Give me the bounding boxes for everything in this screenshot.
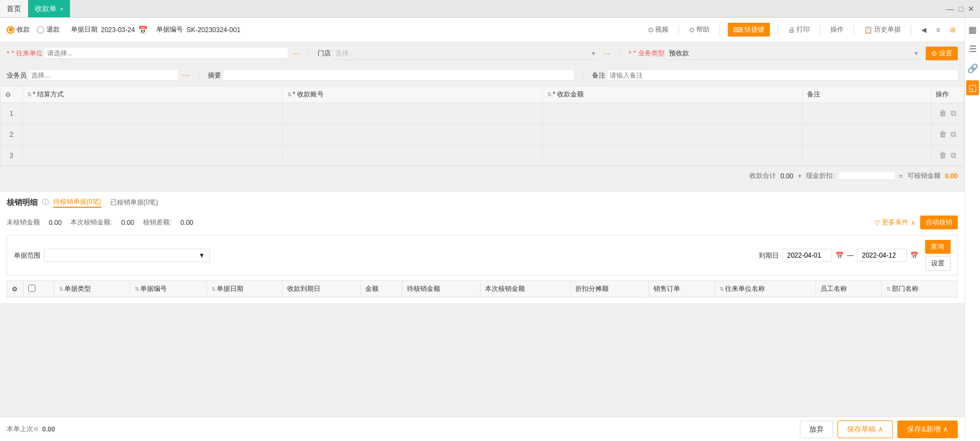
history-label: 历史单据 bbox=[874, 25, 901, 34]
sidebar-icon-4[interactable]: ◱ bbox=[966, 80, 979, 95]
form-row-2: 业务员 ··· 摘要 备注 bbox=[0, 65, 964, 86]
maximize-button[interactable]: □ bbox=[959, 4, 963, 13]
copy-icon-2[interactable]: ⧉ bbox=[951, 130, 956, 139]
pending-tab[interactable]: 待核销单据(0笔) bbox=[53, 197, 101, 208]
row-account-1[interactable] bbox=[283, 103, 543, 124]
layout-icon: ≡ bbox=[936, 26, 940, 34]
video-btn[interactable]: ⊙ 视频 bbox=[646, 24, 671, 35]
th-due-date: 收款到期日 bbox=[283, 281, 361, 298]
calendar-to-icon[interactable]: 📅 bbox=[910, 252, 918, 259]
shop-select[interactable]: 选择... ▼ bbox=[333, 48, 599, 60]
delete-icon-1[interactable]: 🗑 bbox=[939, 109, 947, 117]
more-conditions-btn[interactable]: ▽ 更多条件 ∧ bbox=[875, 218, 916, 227]
row-amount-2[interactable] bbox=[543, 124, 803, 145]
shop-more-icon[interactable]: ··· bbox=[603, 49, 610, 59]
row-note-3[interactable] bbox=[803, 145, 931, 166]
partner-input[interactable] bbox=[45, 48, 288, 59]
sort-icon-amount: ⇅ bbox=[547, 91, 552, 98]
tab-close-icon[interactable]: × bbox=[60, 6, 63, 12]
filter-settings-btn[interactable]: 设置 bbox=[925, 256, 951, 271]
radio-receive[interactable]: 收款 bbox=[7, 25, 30, 34]
range-select[interactable]: ▼ bbox=[44, 249, 210, 262]
save-new-btn[interactable]: 保存&新增 ∧ bbox=[897, 421, 958, 438]
minimize-button[interactable]: — bbox=[947, 4, 955, 13]
history-btn[interactable]: 📋 历史单据 bbox=[862, 24, 903, 35]
table-settings-icon[interactable]: ⚙ bbox=[5, 91, 11, 99]
toolbar-right: ⊙ 视频 ⊙ 帮助 ⌨ 快捷键 🖨 打印 操作 bbox=[646, 23, 958, 37]
print-btn[interactable]: 🖨 打印 bbox=[786, 24, 812, 35]
row-amount-1[interactable] bbox=[543, 103, 803, 124]
close-button[interactable]: ✕ bbox=[968, 4, 974, 13]
copy-icon-3[interactable]: ⧉ bbox=[951, 151, 956, 160]
summary-label: 摘要 bbox=[208, 71, 221, 80]
divider-1 bbox=[678, 25, 679, 34]
salesperson-input[interactable] bbox=[29, 70, 178, 81]
settings-grid-btn[interactable]: ⊞ bbox=[948, 25, 958, 35]
help-btn[interactable]: ⊙ 帮助 bbox=[687, 24, 712, 35]
row-amount-3[interactable] bbox=[543, 145, 803, 166]
row-note-1[interactable] bbox=[803, 103, 931, 124]
row-settle-1[interactable] bbox=[23, 103, 283, 124]
query-btn[interactable]: 查询 bbox=[925, 240, 951, 254]
required-star-type: * bbox=[629, 50, 631, 58]
summary-input[interactable] bbox=[223, 70, 574, 81]
current-value: 0.00 bbox=[121, 219, 134, 227]
delete-icon-3[interactable]: 🗑 bbox=[939, 151, 947, 160]
auto-reconcile-btn[interactable]: 自动核销 bbox=[920, 216, 958, 229]
radio-receive-dot bbox=[7, 26, 14, 34]
sidebar-icon-3[interactable]: 🔗 bbox=[965, 61, 981, 76]
layout-btn[interactable]: ≡ bbox=[934, 25, 942, 35]
calendar-icon[interactable]: 📅 bbox=[138, 25, 147, 34]
shop-arrow: ▼ bbox=[591, 50, 596, 57]
more-conditions-label: 更多条件 bbox=[882, 218, 908, 227]
footer-left: 本单上次⊙ 0.00 bbox=[7, 424, 55, 434]
row-settle-2[interactable] bbox=[23, 124, 283, 145]
th-checkbox-col[interactable] bbox=[24, 281, 54, 298]
radio-receive-label: 收款 bbox=[17, 25, 30, 34]
th-checkbox[interactable]: ⚙ bbox=[7, 281, 24, 298]
print-label: 打印 bbox=[797, 25, 810, 34]
radio-refund[interactable]: 退款 bbox=[37, 25, 60, 34]
th-settings[interactable]: ⚙ bbox=[1, 86, 23, 103]
note-input[interactable] bbox=[608, 70, 958, 81]
th-partner-name: ⇅ 往来单位名称 bbox=[715, 281, 815, 298]
row-actions-3: 🗑 ⧉ bbox=[931, 145, 964, 166]
shortcut-btn[interactable]: ⌨ 快捷键 bbox=[728, 23, 770, 37]
info-icon[interactable]: ⓘ bbox=[42, 198, 49, 207]
sep-2 bbox=[619, 48, 620, 59]
sidebar-icon-1[interactable]: ▦ bbox=[966, 22, 979, 37]
draft-label: 保存草稿 bbox=[847, 424, 876, 434]
sidebar-icon-2[interactable]: ☰ bbox=[967, 42, 979, 57]
row-note-2[interactable] bbox=[803, 124, 931, 145]
salesperson-more-icon[interactable]: ··· bbox=[182, 70, 190, 80]
video-label: 视频 bbox=[655, 25, 668, 34]
tab-home[interactable]: 首页 bbox=[0, 0, 28, 17]
divider-5 bbox=[854, 25, 854, 34]
settings-button[interactable]: ⚙ 设置 bbox=[926, 47, 958, 60]
row-settle-3[interactable] bbox=[23, 145, 283, 166]
partner-more-icon[interactable]: ··· bbox=[292, 49, 299, 59]
tab-home-label: 首页 bbox=[7, 4, 21, 14]
date-to-input[interactable] bbox=[857, 249, 907, 262]
partner-label: * 往来单位 bbox=[12, 49, 43, 58]
date-from-input[interactable] bbox=[782, 249, 832, 262]
row-account-2[interactable] bbox=[283, 124, 543, 145]
calendar-from-icon[interactable]: 📅 bbox=[835, 252, 844, 259]
completed-tab[interactable]: 已核销单据(0笔) bbox=[110, 198, 159, 207]
row-num-1: 1 bbox=[1, 103, 23, 124]
delete-icon-2[interactable]: 🗑 bbox=[939, 130, 947, 139]
sep-3 bbox=[198, 70, 199, 81]
discard-btn[interactable]: 放弃 bbox=[800, 421, 833, 438]
tab-receipt[interactable]: 收款单 × bbox=[28, 0, 70, 17]
save-draft-btn[interactable]: 保存草稿 ∧ bbox=[838, 421, 893, 438]
row-account-3[interactable] bbox=[283, 145, 543, 166]
discount-input[interactable] bbox=[839, 172, 895, 180]
business-type-select[interactable]: 预收款 ▼ bbox=[667, 48, 921, 60]
nav-prev-btn[interactable]: ◀ bbox=[919, 25, 928, 35]
select-all-checkbox[interactable] bbox=[28, 285, 35, 292]
row-actions-1: 🗑 ⧉ bbox=[931, 103, 964, 124]
copy-icon-1[interactable]: ⧉ bbox=[951, 109, 956, 117]
divider-3 bbox=[778, 25, 778, 34]
table-settings-icon-2[interactable]: ⚙ bbox=[12, 285, 18, 293]
operation-btn[interactable]: 操作 bbox=[828, 24, 846, 35]
